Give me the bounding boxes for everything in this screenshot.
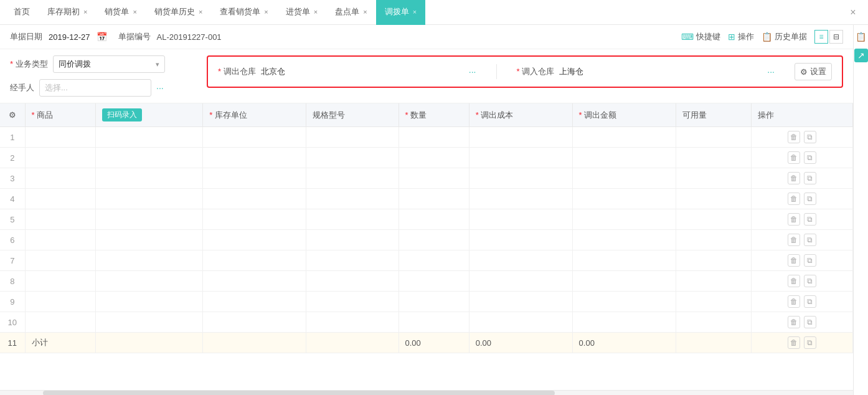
amount-cell[interactable] (572, 292, 676, 312)
tab-home[interactable]: 首页 (5, 0, 39, 25)
spec-cell[interactable] (306, 168, 399, 189)
spec-cell[interactable] (306, 148, 399, 168)
copy-icon[interactable]: ⧉ (804, 131, 816, 143)
side-list-icon[interactable]: 📋 (854, 30, 868, 44)
tab-sales-history[interactable]: 销货单历史 × (146, 0, 211, 25)
delete-icon[interactable]: 🗑 (788, 213, 800, 226)
qty-cell[interactable] (399, 312, 469, 333)
spec-cell[interactable] (306, 292, 399, 312)
tab-sales-order-close[interactable]: × (133, 8, 136, 16)
product-cell[interactable] (25, 209, 95, 230)
tab-purchase-close[interactable]: × (314, 8, 318, 16)
delete-icon[interactable]: 🗑 (788, 254, 800, 267)
gear-setting-button[interactable]: ⚙ 设置 (795, 63, 832, 80)
amount-cell[interactable] (572, 312, 676, 333)
delete-icon[interactable]: 🗑 (788, 275, 800, 287)
cost-cell[interactable] (469, 127, 572, 148)
amount-cell[interactable] (572, 148, 676, 168)
copy-icon[interactable]: ⧉ (804, 295, 816, 308)
product-cell[interactable] (25, 250, 95, 271)
layout-list-icon[interactable]: ≡ (814, 30, 828, 44)
tab-transfer[interactable]: 调拨单 × (376, 0, 425, 25)
amount-cell[interactable] (572, 230, 676, 250)
amount-cell[interactable] (572, 168, 676, 189)
unit-cell[interactable] (203, 168, 306, 189)
warehouse-in-more-button[interactable]: ··· (767, 67, 775, 77)
scan-button[interactable]: 扫码录入 (102, 108, 142, 121)
qty-cell[interactable] (399, 230, 469, 250)
product-cell[interactable] (25, 312, 95, 333)
product-cell[interactable] (25, 127, 95, 148)
tab-inventory-init[interactable]: 库存期初 × (39, 0, 96, 25)
unit-cell[interactable] (203, 148, 306, 168)
copy-icon[interactable]: ⧉ (804, 151, 816, 164)
tab-sales-order[interactable]: 销货单 × (96, 0, 145, 25)
cost-cell[interactable] (469, 209, 572, 230)
tab-inventory-check[interactable]: 盘点单 × (326, 0, 375, 25)
product-cell[interactable] (25, 271, 95, 292)
product-cell[interactable] (25, 168, 95, 189)
unit-cell[interactable] (203, 312, 306, 333)
spec-cell[interactable] (306, 209, 399, 230)
spec-cell[interactable] (306, 189, 399, 209)
delete-icon[interactable]: 🗑 (788, 193, 800, 205)
delete-icon[interactable]: 🗑 (788, 336, 800, 349)
qty-cell[interactable] (399, 271, 469, 292)
copy-icon[interactable]: ⧉ (804, 336, 816, 349)
handler-input[interactable]: 选择... (39, 79, 151, 97)
delete-icon[interactable]: 🗑 (788, 295, 800, 308)
qty-cell[interactable] (399, 168, 469, 189)
unit-cell[interactable] (203, 292, 306, 312)
copy-icon[interactable]: ⧉ (804, 193, 816, 205)
copy-icon[interactable]: ⧉ (804, 254, 816, 267)
warehouse-out-more-button[interactable]: ··· (469, 67, 476, 77)
cost-cell[interactable] (469, 230, 572, 250)
tab-inventory-init-close[interactable]: × (83, 8, 87, 16)
qty-cell[interactable] (399, 292, 469, 312)
tab-transfer-close[interactable]: × (413, 8, 417, 16)
amount-cell[interactable] (572, 189, 676, 209)
copy-icon[interactable]: ⧉ (804, 316, 816, 328)
tab-sales-history-close[interactable]: × (199, 8, 202, 16)
qty-cell[interactable] (399, 250, 469, 271)
unit-cell[interactable] (203, 271, 306, 292)
amount-cell[interactable] (572, 127, 676, 148)
product-cell[interactable] (25, 292, 95, 312)
delete-icon[interactable]: 🗑 (788, 316, 800, 328)
amount-cell[interactable] (572, 250, 676, 271)
qty-cell[interactable] (399, 148, 469, 168)
spec-cell[interactable] (306, 271, 399, 292)
qty-cell[interactable] (399, 127, 469, 148)
qty-cell[interactable] (399, 189, 469, 209)
th-gear[interactable]: ⚙ (0, 103, 25, 127)
calendar-icon[interactable]: 📅 (97, 32, 107, 42)
copy-icon[interactable]: ⧉ (804, 172, 816, 184)
copy-icon[interactable]: ⧉ (804, 275, 816, 287)
close-all-button[interactable]: × (843, 2, 863, 22)
cost-cell[interactable] (469, 148, 572, 168)
layout-grid-icon[interactable]: ⊟ (829, 30, 843, 44)
cost-cell[interactable] (469, 168, 572, 189)
horizontal-scrollbar[interactable] (0, 390, 853, 395)
copy-icon[interactable]: ⧉ (804, 213, 816, 226)
operation-button[interactable]: ⊞ 操作 (728, 31, 754, 42)
unit-cell[interactable] (203, 209, 306, 230)
handler-more-button[interactable]: ··· (156, 83, 164, 93)
side-export-icon[interactable]: ↗ (854, 49, 868, 62)
delete-icon[interactable]: 🗑 (788, 172, 800, 184)
tab-view-sales-close[interactable]: × (264, 8, 268, 16)
delete-icon[interactable]: 🗑 (788, 151, 800, 164)
biz-type-select[interactable]: 同价调拨 ▾ (53, 55, 165, 73)
unit-cell[interactable] (203, 127, 306, 148)
amount-cell[interactable] (572, 209, 676, 230)
delete-icon[interactable]: 🗑 (788, 234, 800, 246)
product-cell[interactable] (25, 230, 95, 250)
unit-cell[interactable] (203, 189, 306, 209)
tab-purchase[interactable]: 进货单 × (277, 0, 326, 25)
product-cell[interactable] (25, 189, 95, 209)
spec-cell[interactable] (306, 230, 399, 250)
cost-cell[interactable] (469, 271, 572, 292)
delete-icon[interactable]: 🗑 (788, 131, 800, 143)
copy-icon[interactable]: ⧉ (804, 234, 816, 246)
spec-cell[interactable] (306, 312, 399, 333)
